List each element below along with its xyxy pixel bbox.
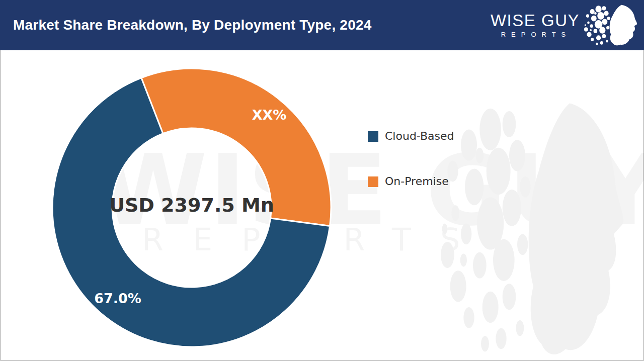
wise-guy-logo: WISE GUY REPORTS — [491, 4, 639, 46]
wise-guy-face-icon — [581, 4, 639, 46]
chart-panel: WISE GUY REPORTS XX% 67.0% USD 2397.5 Mn… — [0, 50, 644, 361]
slice-label-on-premise: XX% — [252, 107, 287, 123]
header-bar: Market Share Breakdown, By Deployment Ty… — [0, 0, 644, 50]
legend-label-cloud-based: Cloud-Based — [385, 131, 454, 142]
logo-sub-text: REPORTS — [493, 31, 580, 38]
chart-legend: Cloud-Based On-Premise — [368, 131, 454, 221]
legend-item-on-premise: On-Premise — [368, 176, 454, 187]
donut-center-value: USD 2397.5 Mn — [109, 194, 274, 216]
logo-text-block: WISE GUY REPORTS — [491, 12, 580, 38]
slice-label-cloud-based: 67.0% — [94, 291, 141, 306]
page-title: Market Share Breakdown, By Deployment Ty… — [13, 17, 371, 33]
donut-chart: XX% 67.0% USD 2397.5 Mn — [1, 50, 643, 360]
legend-swatch-cloud-based — [368, 131, 378, 142]
legend-item-cloud-based: Cloud-Based — [368, 131, 454, 142]
logo-name-text: WISE GUY — [491, 12, 580, 29]
legend-label-on-premise: On-Premise — [385, 176, 449, 187]
legend-swatch-on-premise — [368, 176, 378, 187]
